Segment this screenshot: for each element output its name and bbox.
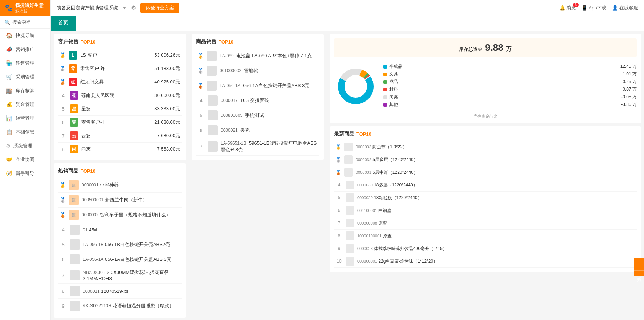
latest-product-item: 810000100001 原查 xyxy=(334,230,637,242)
rank-num: 4 xyxy=(60,93,67,98)
rank-num: 4 xyxy=(335,182,343,188)
sidebar-item-marketing[interactable]: 📣营销推广 xyxy=(0,42,50,56)
legend-dot xyxy=(383,103,387,107)
rank-num: 5 xyxy=(60,242,67,247)
product-info: LA-59651-1B 59651-1B旋转投影灯电池盒ABS黑色+58壳 xyxy=(221,140,318,153)
main-area: 装备及固定资产辅助管理系统 ▼ ⚙ 体验行业方案 🔔 消息 6 📱 App下载 … xyxy=(51,0,644,320)
rank-amount: 7,563.00元 xyxy=(157,146,180,152)
legend-value: 0.25 万 xyxy=(623,79,637,85)
medal-icon: 🥇 xyxy=(60,182,66,188)
rank-num: 7 xyxy=(60,133,67,139)
sidebar-item-purchase[interactable]: 🛒采购管理 xyxy=(0,70,50,84)
legend-value: 1.01 万 xyxy=(623,71,637,77)
product-info: KK-SD22110H 花语萌恒温分腿睡袋（厚款） xyxy=(83,303,180,309)
legend-item: 肉类-0.05 万 xyxy=(383,94,637,100)
marketing-icon: 📣 xyxy=(6,46,13,53)
legend-label: 半成品 xyxy=(389,63,618,70)
customer-ranking-panel: 客户销售 TOP10 🥇 L LS 客户 53,006.26元🥈 零 零售客户-… xyxy=(54,34,186,160)
latest-products-list: 🥇0000033 封边带（1.0*22）🥈0000032 5层多层（1220*2… xyxy=(334,141,637,268)
medal-icon: 🥉 xyxy=(197,83,204,89)
rank-name: 零售客户-于 xyxy=(81,119,151,126)
service-icon: 👤 xyxy=(612,5,618,11)
base-info-icon: 📋 xyxy=(6,129,13,135)
service-hotline[interactable]: 客服热线 xyxy=(634,258,644,264)
enterprise-icon: 🤝 xyxy=(6,156,13,163)
sidebar-item-new-guide[interactable]: 🧭新手引导 xyxy=(0,167,50,180)
logo-subtext: 标准版 xyxy=(15,9,44,14)
product-info: LA-056-1A 056-1A白色按键开关盖ABS 3壳 xyxy=(83,256,180,263)
product-thumb xyxy=(208,125,218,135)
legend-item: 文具1.01 万 xyxy=(383,71,637,77)
sidebar-item-quick-nav[interactable]: 🏠快捷导航 xyxy=(0,29,50,42)
sales-icon: 🏪 xyxy=(6,60,13,66)
search-icon: 🔍 xyxy=(4,20,10,25)
product-info: 0000032 5层多层（1220*2440） xyxy=(356,157,635,163)
product-thumb xyxy=(70,239,80,250)
operations-icon: 📊 xyxy=(6,115,13,122)
product-info: 0000031 5层中纤（1220*2440） xyxy=(356,169,635,176)
latest-product-item: 50000029 18颗粒板（1220*2440） xyxy=(334,192,637,204)
tab-home[interactable]: 首页 xyxy=(51,16,76,31)
rank-num: 10 xyxy=(335,259,343,264)
dropdown-icon[interactable]: ▼ xyxy=(122,5,127,11)
product-sales-list: 🥇LA-089 电池盖 LA-089 ABS本色+黑种 7.1克🥈0010000… xyxy=(196,49,319,156)
settings-icon[interactable]: ⚙ xyxy=(131,4,136,11)
product-info: 0000033 封边带（1.0*22） xyxy=(356,144,635,150)
rank-num: 4 xyxy=(197,98,205,103)
legend-dot xyxy=(383,95,387,99)
hot-product-item: 🥇🖼0000001 中华神器 xyxy=(58,178,182,193)
product-thumb xyxy=(346,181,354,189)
sidebar-nav-label: 系统管理 xyxy=(13,143,32,149)
medal-icon: 🥇 xyxy=(197,53,204,59)
sidebar-item-sys-manage[interactable]: ⚙系统管理 xyxy=(0,139,50,153)
latest-product-item: 10003800001 22g鱼豆腐-烧烤味（1*12*20） xyxy=(334,255,637,268)
rank-name: LS 客户 xyxy=(80,52,151,58)
service-community[interactable]: 服务社区 xyxy=(634,264,644,271)
rank-avatar: 红 xyxy=(69,78,77,86)
search-menu[interactable]: 🔍 搜索菜单 xyxy=(0,16,50,29)
sidebar-item-base-info[interactable]: 📋基础信息 xyxy=(0,125,50,139)
rank-num: 6 xyxy=(335,208,343,213)
product-thumb xyxy=(70,301,80,311)
app-download[interactable]: 📱 App下载 xyxy=(582,5,606,11)
customer-ranking-list: 🥇 L LS 客户 53,006.26元🥈 零 零售客户-许 51,183.00… xyxy=(58,49,182,156)
sidebar-item-inventory[interactable]: 🏬库存核算 xyxy=(0,84,50,98)
legend-value: 12.45 万 xyxy=(620,63,637,70)
online-service[interactable]: 👤 在线客服 xyxy=(612,5,638,11)
experience-btn[interactable]: 体验行业方案 xyxy=(140,3,179,13)
rank-num: 5 xyxy=(60,106,67,112)
medal-icon: 🥈 xyxy=(197,68,204,74)
content: 客户销售 TOP10 🥇 L LS 客户 53,006.26元🥈 零 零售客户-… xyxy=(51,31,644,320)
latest-product-item: 40000030 18多层（1220*2440） xyxy=(334,179,637,192)
hot-product-item: 9KK-SD22110H 花语萌恒温分腿睡袋（厚款） xyxy=(58,299,182,313)
product-info: 0000028 体裁荔枝味苏打饮品400毫升（1*15） xyxy=(357,246,635,252)
sidebar-item-sales[interactable]: 🏪销售管理 xyxy=(0,56,50,70)
hot-product-item: 7NB2.0X30B 2.0X30MM双搓花轴,搓花直径2.1MM/ROHS xyxy=(58,267,182,284)
product-info: 000800008 原查 xyxy=(357,220,635,226)
product-thumb xyxy=(70,270,80,280)
sidebar-nav-label: 企业协同 xyxy=(16,156,34,163)
product-info: LA-056-1A 056-1A白色按键开关盖ABS 3壳 xyxy=(220,82,318,89)
phone-icon: 📱 xyxy=(582,5,587,11)
rank-amount: 21,680.00元 xyxy=(154,119,180,126)
rank-num: 8 xyxy=(60,288,67,294)
sidebar-item-finance[interactable]: 💰资金管理 xyxy=(0,98,50,111)
rank-amount: 7,680.00元 xyxy=(157,132,180,139)
product-info: 003800001 22g鱼豆腐-烧烤味（1*12*20） xyxy=(357,258,635,264)
rank-avatar: 尚 xyxy=(70,145,78,153)
legend-dot xyxy=(383,88,387,91)
sidebar-item-operations[interactable]: 📊经营管理 xyxy=(0,111,50,125)
product-thumb xyxy=(207,66,217,76)
latest-product-item: 🥇0000033 封边带（1.0*22） xyxy=(334,141,637,153)
rank-name: 苍南县人民医院 xyxy=(81,92,151,99)
float-service: 客服热线 服务社区 直播 xyxy=(634,258,644,276)
product-thumb xyxy=(70,225,80,235)
sidebar-nav-label: 采购管理 xyxy=(16,74,34,80)
ranking-item: 6 零 零售客户-于 21,680.00元 xyxy=(58,116,182,129)
message-btn[interactable]: 🔔 消息 6 xyxy=(559,5,576,11)
live-stream[interactable]: 直播 xyxy=(634,271,644,276)
donut-section: 半成品12.45 万文具1.01 万成品0.25 万材料0.07 万肉类-0.0… xyxy=(334,61,637,112)
sidebar-item-enterprise[interactable]: 🤝企业协同 xyxy=(0,153,50,167)
product-info: LA-089 电池盖 LA-089 ABS本色+黑种 7.1克 xyxy=(220,53,318,59)
legend-item: 其他-3.86 万 xyxy=(383,102,637,108)
